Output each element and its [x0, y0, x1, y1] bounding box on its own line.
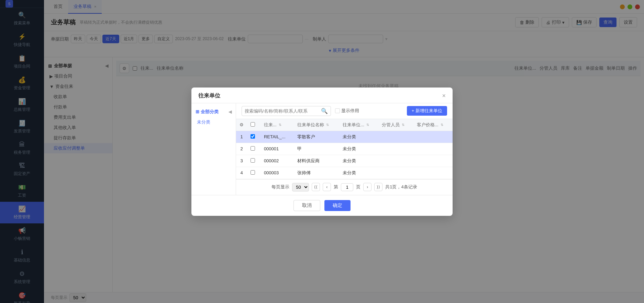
th-name-sort-icon: ⇅	[326, 123, 329, 127]
dialog-pagination: 每页显示 50 ⟨⟨ ‹ 第 页 › ⟩⟩ 共1页，4条记录	[236, 179, 453, 195]
confirm-button[interactable]: 确定	[324, 200, 351, 211]
page-label: 第	[334, 184, 338, 190]
dialog-footer: 取消 确定	[191, 195, 453, 216]
dialog-body: ⊞ 全部分类 ◀ 未分类 🔍 显示停用	[191, 103, 453, 195]
row-price	[413, 143, 453, 155]
row-category: 未分类	[339, 167, 378, 179]
dialog-sidebar-header: ⊞ 全部分类 ◀	[191, 107, 236, 117]
th-manager-label: 分管人员	[382, 122, 400, 128]
partner-dialog: 往来单位 × ⊞ 全部分类 ◀ 未分类	[191, 88, 453, 216]
th-code: 往来... ⇅	[260, 119, 294, 131]
row-checkbox-cell[interactable]	[247, 167, 260, 179]
row-code: 000002	[260, 155, 294, 167]
row-code: RETAIL_...	[260, 131, 294, 143]
row-name: 张帅傅	[294, 167, 339, 179]
th-manager-sort-icon: ⇅	[402, 123, 404, 127]
modal-overlay: 往来单位 × ⊞ 全部分类 ◀ 未分类	[0, 0, 644, 303]
row-manager	[378, 143, 413, 155]
th-checkbox	[247, 119, 260, 131]
table-row[interactable]: 4 000003 张帅傅 未分类	[236, 167, 453, 179]
th-code-label: 往来...	[264, 122, 277, 128]
th-settings: ⚙	[236, 119, 247, 131]
table-header-row: ⚙ 往来... ⇅ 往来单位名称	[236, 119, 453, 131]
row-name: 零散客户	[294, 131, 339, 143]
row-price	[413, 155, 453, 167]
show-disabled-group: 显示停用	[335, 108, 359, 114]
row-num: 1	[236, 131, 247, 143]
dialog-sidebar: ⊞ 全部分类 ◀ 未分类	[191, 103, 236, 195]
dialog-title: 往来单位	[198, 92, 220, 100]
dialog-header: 往来单位 ×	[191, 88, 453, 103]
dialog-table-area: 🔍 显示停用 + 新增往来单位 ⚙	[236, 103, 453, 195]
th-price-label: 客户价格...	[417, 122, 438, 128]
per-page-label: 每页显示	[271, 184, 289, 190]
th-category-label: 往来单位...	[343, 122, 364, 128]
th-category-sort-icon: ⇅	[366, 123, 369, 127]
row-code: 000003	[260, 167, 294, 179]
page-unit-label: 页	[356, 184, 360, 190]
row-checkbox[interactable]	[251, 170, 255, 175]
th-name: 往来单位名称 ⇅	[294, 119, 339, 131]
row-code: 000001	[260, 143, 294, 155]
th-price-sort-icon: ⇅	[441, 123, 443, 127]
th-code-sort-icon: ⇅	[279, 123, 281, 127]
row-category: 未分类	[339, 143, 378, 155]
show-disabled-checkbox[interactable]	[335, 108, 340, 113]
last-page-btn[interactable]: ⟩⟩	[374, 183, 382, 191]
row-manager	[378, 155, 413, 167]
dialog-search-bar: 🔍 显示停用 + 新增往来单位	[236, 103, 453, 119]
table-row[interactable]: 2 000001 甲 未分类	[236, 143, 453, 155]
row-checkbox-cell[interactable]	[247, 155, 260, 167]
page-input[interactable]	[341, 183, 353, 191]
total-label: 共1页，4条记录	[385, 184, 417, 190]
show-disabled-label: 显示停用	[341, 108, 359, 114]
row-name: 甲	[294, 143, 339, 155]
row-num: 3	[236, 155, 247, 167]
table-select-all-dialog[interactable]	[251, 122, 255, 127]
partner-table: ⚙ 往来... ⇅ 往来单位名称	[236, 119, 453, 179]
next-page-btn[interactable]: ›	[363, 183, 371, 191]
row-manager	[378, 131, 413, 143]
row-checkbox-cell[interactable]	[247, 143, 260, 155]
th-manager: 分管人员 ⇅	[378, 119, 413, 131]
settings-col-icon: ⚙	[240, 122, 244, 127]
row-manager	[378, 167, 413, 179]
search-icon: 🔍	[321, 108, 328, 114]
row-category: 未分类	[339, 155, 378, 167]
table-row[interactable]: 1 RETAIL_... 零散客户 未分类	[236, 131, 453, 143]
th-name-label: 往来单位名称	[297, 122, 324, 128]
grid-icon-dialog: ⊞	[196, 109, 199, 114]
dialog-sidebar-title: 全部分类	[201, 109, 219, 115]
row-name: 材料供应商	[294, 155, 339, 167]
row-checkbox[interactable]	[251, 134, 255, 139]
add-partner-button[interactable]: + 新增往来单位	[407, 106, 447, 116]
per-page-select[interactable]: 50	[292, 183, 309, 191]
row-num: 2	[236, 143, 247, 155]
dialog-sidebar-item-unclassified[interactable]: 未分类	[191, 117, 236, 127]
table-row[interactable]: 3 000002 材料供应商 未分类	[236, 155, 453, 167]
dialog-close-button[interactable]: ×	[442, 92, 446, 100]
row-checkbox[interactable]	[251, 146, 255, 151]
th-price: 客户价格... ⇅	[413, 119, 453, 131]
row-price	[413, 167, 453, 179]
dialog-sidebar-item-label: 未分类	[197, 119, 210, 125]
cancel-button[interactable]: 取消	[293, 200, 320, 211]
row-checkbox-cell[interactable]	[247, 131, 260, 143]
row-checkbox[interactable]	[251, 158, 255, 163]
prev-page-btn[interactable]: ‹	[323, 183, 331, 191]
row-category: 未分类	[339, 131, 378, 143]
row-num: 4	[236, 167, 247, 179]
dialog-search-input[interactable]	[245, 108, 321, 114]
search-input-wrap: 🔍	[242, 106, 331, 116]
row-price	[413, 131, 453, 143]
first-page-btn[interactable]: ⟨⟨	[312, 183, 320, 191]
th-category: 往来单位... ⇅	[339, 119, 378, 131]
dialog-sidebar-collapse-btn[interactable]: ◀	[229, 109, 232, 114]
